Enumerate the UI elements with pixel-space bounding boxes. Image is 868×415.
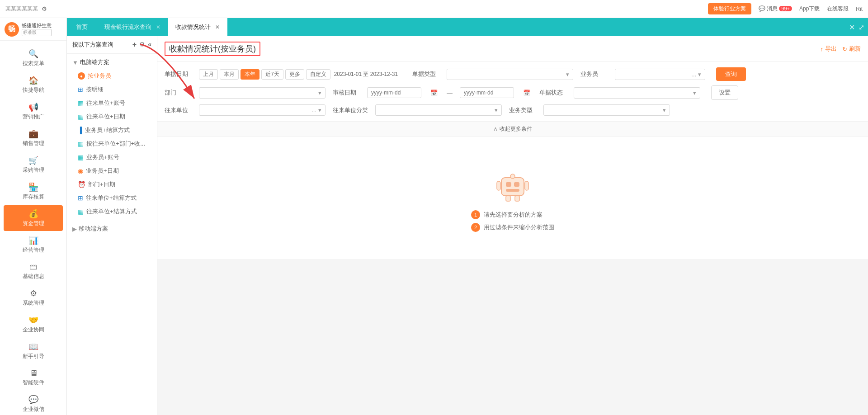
audit-date-from[interactable] xyxy=(367,87,421,98)
svg-rect-5 xyxy=(497,181,500,190)
user-name[interactable]: Rit xyxy=(856,6,863,12)
audit-date-calendar-to-icon[interactable]: 📅 xyxy=(523,90,530,96)
refresh-btn[interactable]: ↻ 刷新 xyxy=(842,45,861,53)
tab-bank-close[interactable]: ✕ xyxy=(156,24,160,30)
finance-icon: 💰 xyxy=(28,209,38,219)
audit-date-calendar-from-icon[interactable]: 📅 xyxy=(430,90,438,96)
doc-type-select[interactable]: ▾ xyxy=(447,69,573,80)
left-panel-header: 按以下方案查询 + ⚙ « xyxy=(67,36,157,54)
sidebar-item-system[interactable]: ⚙ 系统管理 xyxy=(4,285,63,311)
query-btn[interactable]: 查询 xyxy=(716,67,746,81)
sidebar-item-sales[interactable]: 💼 销售管理 xyxy=(4,125,63,151)
scheme-item-by-salesperson[interactable]: ● 按业务员 xyxy=(67,69,157,83)
salesperson-chevron-icon: ▾ xyxy=(698,71,701,78)
top-bar-title: 某某某某某某 xyxy=(5,5,38,13)
sidebar-item-marketing[interactable]: 📢 营销推广 xyxy=(4,99,63,124)
scheme-item-salesperson-date[interactable]: ◉ 业务员+日期 xyxy=(67,164,157,178)
hardware-icon: 🖥 xyxy=(29,368,38,378)
messages-btn[interactable]: 💬 消息 99+ xyxy=(759,5,792,13)
scheme-item-partner-account[interactable]: ▦ 往来单位+账号 xyxy=(67,96,157,110)
scheme-label-partner-date: 往来单位+日期 xyxy=(86,113,125,121)
messages-badge: 99+ xyxy=(779,6,792,11)
svg-rect-2 xyxy=(514,182,519,187)
audit-date-to[interactable] xyxy=(460,87,514,98)
scheme-item-dept-date[interactable]: ⏰ 部门+日期 xyxy=(67,178,157,191)
date-label: 单据日期 xyxy=(165,70,192,78)
home-icon: 🏠 xyxy=(28,75,38,85)
empty-step-1: 1 请先选择要分析的方案 xyxy=(471,210,554,219)
scheme-settings-icon[interactable]: ⚙ xyxy=(139,41,145,49)
scheme-item-partner-settlement2[interactable]: ▦ 往来单位+结算方式 xyxy=(67,205,157,218)
salesperson-select[interactable]: ... ▾ xyxy=(615,69,705,80)
mobile-group-label: 移动端方案 xyxy=(79,225,108,233)
empty-state: 1 请先选择要分析的方案 2 用过滤条件来缩小分析范围 xyxy=(157,137,868,259)
sidebar-item-search[interactable]: 🔍 搜索菜单 xyxy=(4,45,63,71)
dept-select[interactable]: ▾ xyxy=(199,87,326,99)
date-btn-custom[interactable]: 自定义 xyxy=(306,69,330,80)
sidebar-item-guide[interactable]: 📖 新手引导 xyxy=(4,338,63,364)
salesperson-more-icon[interactable]: ... xyxy=(691,71,696,78)
collapse-bar[interactable]: ∧ 收起更多条件 xyxy=(157,122,868,137)
app-download-btn[interactable]: App下载 xyxy=(799,5,820,13)
scheme-item-salesperson-account[interactable]: ▦ 业务员+账号 xyxy=(67,151,157,164)
partner-label: 往来单位 xyxy=(165,106,192,114)
partner-category-select[interactable]: ▾ xyxy=(375,104,502,116)
date-btn-this-month[interactable]: 本月 xyxy=(220,69,239,80)
scheme-item-salesperson-settlement[interactable]: ▐ 业务员+结算方式 xyxy=(67,123,157,137)
sidebar-item-purchase[interactable]: 🛒 采购管理 xyxy=(4,152,63,178)
date-buttons: 上月 本月 本年 近7天 更多 自定义 2023-01-01 至 2023-12… xyxy=(199,69,398,80)
scheme-item-partner-date[interactable]: ▦ 往来单位+日期 xyxy=(67,110,157,123)
svg-rect-8 xyxy=(515,196,519,201)
sidebar-item-finance[interactable]: 💰 资金管理 xyxy=(4,205,63,231)
scheme-item-partner-settlement1[interactable]: ⊞ 往来单位+结算方式 xyxy=(67,191,157,205)
page-title: 收款情况统计(按业务员) xyxy=(165,42,260,56)
tab-home[interactable]: 首页 xyxy=(67,18,97,36)
sidebar-label-finance: 资金管理 xyxy=(23,220,44,227)
sidebar-item-hardware[interactable]: 🖥 智能硬件 xyxy=(4,365,63,390)
system-icon: ⚙ xyxy=(30,288,37,298)
scheme-item-partner-dept-receipt[interactable]: ▦ 按往来单位+部门+收... xyxy=(67,137,157,151)
scheme-label-salesperson-date: 业务员+日期 xyxy=(86,167,119,175)
tab-receipt[interactable]: 收款情况统计 ✕ xyxy=(168,18,227,36)
sidebar-item-inventory[interactable]: 🏪 库存核算 xyxy=(4,179,63,204)
desktop-group-title[interactable]: ▼ 电脑端方案 xyxy=(67,56,157,69)
biz-type-select[interactable]: ▾ xyxy=(543,104,670,116)
date-btn-last-month[interactable]: 上月 xyxy=(199,69,218,80)
partner-dept-icon: ▦ xyxy=(78,140,84,147)
filter-row-2: 部门 ▾ 审核日期 📅 — 📅 单据状态 ▾ 设置 xyxy=(165,85,861,100)
mobile-group-title[interactable]: ▶ 移动端方案 xyxy=(67,222,157,236)
refresh-icon: ↻ xyxy=(842,46,847,52)
trial-btn[interactable]: 体验行业方案 xyxy=(708,3,751,14)
add-scheme-icon[interactable]: + xyxy=(132,41,137,49)
sidebar-item-quick-nav[interactable]: 🏠 快捷导航 xyxy=(4,72,63,98)
tab-close-all-icon[interactable]: ✕ xyxy=(849,23,855,32)
filter-panel: 单据日期 上月 本月 本年 近7天 更多 自定义 2023-01-01 至 20… xyxy=(157,62,868,122)
date-btn-this-year[interactable]: 本年 xyxy=(241,69,259,80)
tab-bank[interactable]: 现金银行流水查询 ✕ xyxy=(97,18,168,36)
search-icon: 🔍 xyxy=(28,49,38,59)
sidebar-item-corp[interactable]: 🤝 企业协同 xyxy=(4,311,63,337)
partner-settlement1-icon: ⊞ xyxy=(78,194,83,202)
partner-more-icon[interactable]: ... xyxy=(311,107,316,113)
partner-select[interactable]: ... ▾ xyxy=(199,104,326,116)
settings-btn[interactable]: 设置 xyxy=(711,85,738,100)
sidebar-item-wechat[interactable]: 💬 企业微信 xyxy=(4,391,63,415)
sidebar-nav: 🔍 搜索菜单 🏠 快捷导航 📢 营销推广 💼 销售管理 🛒 采购管理 🏪 库存核… xyxy=(0,41,66,415)
mobile-arrow-icon: ▶ xyxy=(72,226,77,232)
left-panel-title: 按以下方案查询 xyxy=(72,41,113,49)
scheme-item-by-detail[interactable]: ⊞ 按明细 xyxy=(67,83,157,96)
sidebar-item-business[interactable]: 📊 经营管理 xyxy=(4,232,63,258)
gear-icon[interactable]: ⚙ xyxy=(42,5,47,12)
date-btn-7days[interactable]: 近7天 xyxy=(261,69,283,80)
tab-maximize-icon[interactable]: ⤢ xyxy=(859,23,864,32)
main-body: 按以下方案查询 + ⚙ « ▼ 电脑端方案 ● 按业务员 ⊞ 按明细 ▦ xyxy=(67,36,868,415)
audit-date-label: 审核日期 xyxy=(333,89,360,97)
doc-status-select[interactable]: ▾ xyxy=(574,87,700,99)
sidebar-item-basic[interactable]: 🗃 基础信息 xyxy=(4,259,63,284)
business-icon: 📊 xyxy=(28,236,38,245)
online-service-btn[interactable]: 在线客服 xyxy=(827,5,849,13)
export-btn[interactable]: ↑ 导出 xyxy=(821,45,837,53)
scheme-collapse-icon[interactable]: « xyxy=(148,41,151,49)
date-btn-more[interactable]: 更多 xyxy=(285,69,304,80)
tab-receipt-close[interactable]: ✕ xyxy=(215,24,220,30)
